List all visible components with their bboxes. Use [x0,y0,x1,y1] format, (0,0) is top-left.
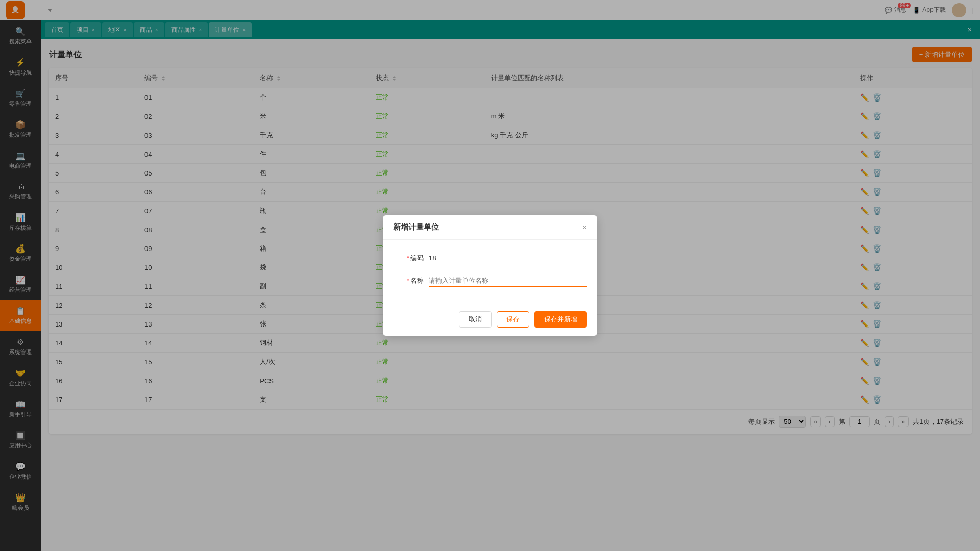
modal-add-unit: 新增计量单位 × 编码 名称 取消 保存 保存并新增 [383,215,597,336]
save-button[interactable]: 保存 [497,311,529,328]
form-row-name: 名称 [393,274,587,287]
code-label: 编码 [393,254,424,263]
cancel-button[interactable]: 取消 [459,311,492,328]
name-input[interactable] [429,274,587,287]
modal-close-button[interactable]: × [582,223,587,232]
modal-header: 新增计量单位 × [383,215,597,240]
save-add-button[interactable]: 保存并新增 [534,311,587,328]
modal-body: 编码 名称 [383,240,597,305]
form-row-code: 编码 [393,252,587,264]
code-input[interactable] [429,252,587,264]
modal-footer: 取消 保存 保存并新增 [383,305,597,336]
name-label: 名称 [393,276,424,285]
modal-title: 新增计量单位 [393,222,439,232]
modal-overlay[interactable]: 新增计量单位 × 编码 名称 取消 保存 保存并新增 [0,0,980,551]
